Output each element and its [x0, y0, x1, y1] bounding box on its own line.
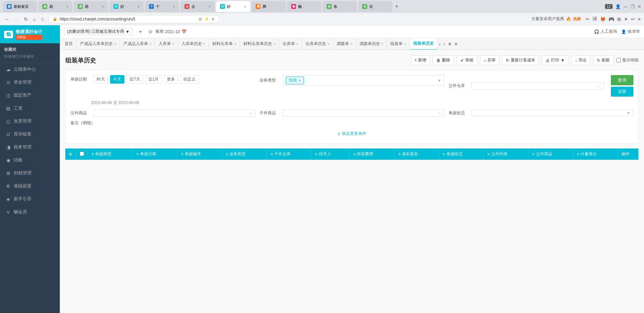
refresh-nav-button[interactable]: ↻	[23, 16, 29, 23]
date-btn-7days[interactable]: 近7天	[126, 75, 143, 84]
close-assemble[interactable]: ×	[350, 42, 352, 46]
sidebar-item-invoice-mgmt[interactable]: ◱ 发票管理	[0, 115, 60, 128]
sidebar-item-basic-settings[interactable]: ⚙ 基础设置	[0, 180, 60, 193]
child-goods-more[interactable]: ···	[438, 111, 441, 115]
close-material-out-history[interactable]: ×	[273, 42, 276, 46]
parent-goods-input[interactable]: ···	[94, 109, 255, 117]
dropdown-arrow[interactable]: ▼	[211, 17, 215, 21]
tab-scroll-right[interactable]: ›	[442, 41, 446, 47]
close-material-out[interactable]: ×	[234, 42, 236, 46]
tab-close-current[interactable]: ✕	[446, 41, 453, 47]
refresh-button[interactable]: ↻ 刷新	[593, 55, 614, 65]
browser-tab-6[interactable]: 企 企 ×	[180, 1, 215, 12]
menu-icon[interactable]: ≡	[638, 16, 641, 22]
page-tab-material-out-history[interactable]: 材料出库单历史 ×	[240, 38, 279, 50]
scissors-icon[interactable]: ✂	[586, 16, 590, 22]
page-tab-assemble[interactable]: 调拨单 ×	[333, 38, 356, 50]
minimize-button[interactable]: —	[623, 4, 628, 9]
tab-more-menu[interactable]: ≡	[453, 41, 459, 47]
add-button[interactable]: + 新增	[411, 55, 430, 65]
tab-scroll-left[interactable]: ‹	[438, 41, 442, 47]
sidebar-item-member[interactable]: V 畅会员	[0, 205, 60, 218]
game-icon[interactable]: 🎮	[608, 16, 614, 22]
business-type-tag-close[interactable]: ×	[298, 78, 301, 83]
service-button[interactable]: 🎧 人工咨询	[594, 29, 617, 34]
date-btn-more[interactable]: 更多	[164, 75, 178, 84]
page-tab-in-order[interactable]: 入库单 ×	[155, 38, 178, 50]
tab-close-6[interactable]: ×	[209, 5, 211, 9]
sidebar-item-payroll[interactable]: ▤ 工资	[0, 102, 60, 115]
tab-close-5[interactable]: ×	[173, 5, 175, 9]
query-button[interactable]: 查询	[611, 75, 633, 85]
close-button[interactable]: ✕	[638, 4, 641, 9]
date-btn-1month[interactable]: 近1月	[145, 75, 162, 84]
col-order-no-header[interactable]: ⇅ 单据编号	[177, 148, 222, 160]
company-selector[interactable]: (勿删勿禁用) 江西服宝测试专用 ▼	[64, 28, 133, 35]
settings-icon[interactable]: ⚙	[69, 152, 72, 157]
close-out-order[interactable]: ×	[296, 42, 298, 46]
extension-icon[interactable]: 🦊	[600, 16, 606, 22]
show-detail-checkbox[interactable]	[616, 58, 621, 62]
col-disassemble-cost-header[interactable]: ⇅ 拆装费用	[349, 148, 394, 160]
add-company-button[interactable]: +	[135, 27, 145, 37]
settings-gear-icon[interactable]: ⚙	[148, 29, 153, 34]
col-parent-goods-header[interactable]: ⇅ 父件商品	[528, 148, 573, 160]
sidebar-item-cloud-report[interactable]: ☁ 云报表中心	[0, 63, 60, 76]
browser-tab-11[interactable]: 目 目	[358, 1, 392, 12]
browser-tab-2[interactable]: 易 易 ×	[38, 1, 72, 12]
home-button[interactable]: ⌂	[31, 16, 37, 23]
date-btn-yesterday[interactable]: 昨天	[94, 75, 108, 84]
undo-icon[interactable]: ↩	[631, 16, 635, 22]
child-goods-input[interactable]: ···	[283, 109, 444, 117]
sidebar-item-settlement[interactable]: ◉ 结账	[0, 154, 60, 167]
page-tab-produce-in[interactable]: 产成品入库单 ×	[120, 38, 155, 50]
close-kit[interactable]: ×	[404, 42, 406, 46]
abandon-button[interactable]: ○ 弃审	[480, 55, 499, 65]
sidebar-item-guide[interactable]: ◈ 新手引导	[0, 193, 60, 205]
col-settings-header[interactable]: ⚙	[65, 148, 76, 160]
restore-button[interactable]: ❐	[631, 4, 635, 9]
select-all-checkbox[interactable]	[80, 152, 84, 156]
tab-close-7[interactable]: ×	[244, 5, 246, 9]
recalculate-button[interactable]: ↻ 重新计算成本	[502, 55, 539, 65]
parent-warehouse-more[interactable]: ···	[598, 84, 601, 88]
page-tab-in-history[interactable]: 入库单历史 ×	[178, 38, 209, 50]
export-button[interactable]: ↓ 导出	[571, 55, 590, 65]
parent-warehouse-input[interactable]: ···	[471, 82, 604, 90]
date-btn-custom[interactable]: 自定义	[180, 75, 199, 84]
col-cost-diff-header[interactable]: ⇅ 成本差异	[394, 148, 439, 160]
sun-icon[interactable]: ☀	[624, 16, 628, 22]
print-dropdown[interactable]: ▼	[561, 58, 565, 63]
col-order-date-header[interactable]: ⇅ 单据日期	[132, 148, 177, 160]
collapse-button[interactable]: ∧ 收起更多条件	[70, 129, 633, 139]
browser-tab-8[interactable]: 腾 腾	[252, 1, 286, 12]
col-handler-header[interactable]: ⇅ 经手人	[311, 148, 349, 160]
col-order-status-header[interactable]: ⇅ 单据状态	[439, 148, 484, 160]
close-produce-in[interactable]: ×	[149, 42, 151, 46]
col-order-type-header[interactable]: ⇅ 单据类型	[88, 148, 133, 160]
address-bar[interactable]: 🔒 https://cloud.chanjet.com/accounting/u…	[48, 15, 219, 23]
page-tab-out-order[interactable]: 出库单 ×	[279, 38, 302, 50]
setup-button[interactable]: 设置	[611, 87, 633, 97]
order-status-select[interactable]: ▼	[472, 110, 633, 116]
page-tab-produce-in-history[interactable]: 产成品入库单历史 ×	[77, 38, 120, 50]
delete-button[interactable]: 🗑 删除	[433, 55, 454, 65]
page-tab-kit-history[interactable]: 组装单历史	[410, 38, 438, 50]
forward-button[interactable]: →	[13, 16, 21, 23]
parent-goods-more[interactable]: ···	[249, 111, 252, 115]
review-button[interactable]: ✔ 审核	[457, 55, 477, 65]
profile-icon[interactable]: 👤	[615, 4, 621, 9]
page-tab-assemble-history[interactable]: 调拨单历史 ×	[356, 38, 387, 50]
close-in-order[interactable]: ×	[172, 42, 174, 46]
browser-tab-1[interactable]: 新 新标签页	[3, 1, 37, 12]
browser-tab-3[interactable]: 易 易 ×	[74, 1, 108, 12]
tab-close-4[interactable]: ×	[137, 5, 139, 9]
print-button[interactable]: 🖨 打印 ▼	[542, 55, 568, 65]
tab-close-3[interactable]: ×	[102, 5, 104, 9]
sidebar-item-tax-mgmt[interactable]: ◨ 税务管理	[0, 141, 60, 154]
translate-icon[interactable]: 译	[592, 16, 597, 22]
order-status-dropdown[interactable]: ▼	[627, 111, 630, 115]
date-btn-today[interactable]: 今天	[110, 75, 124, 84]
col-parent-list-header[interactable]: ⇅ 父件列表	[484, 148, 528, 160]
sidebar-item-archive[interactable]: ⊞ 归档管理	[0, 167, 60, 180]
